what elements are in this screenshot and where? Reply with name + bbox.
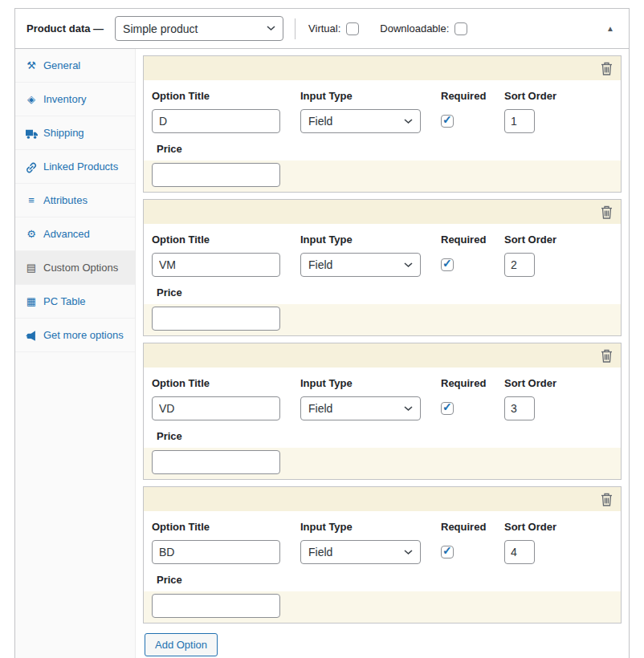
trash-icon[interactable] (601, 205, 613, 219)
option-title-input[interactable] (152, 253, 280, 277)
sidebar-item-pc-table[interactable]: ▦ PC Table (15, 285, 135, 319)
option-fields-row: Option Title Input Type Field Required (144, 80, 621, 133)
virtual-label: Virtual: (308, 22, 340, 35)
required-checkbox[interactable] (441, 402, 454, 415)
chevron-down-icon (404, 406, 413, 412)
required-checkbox[interactable] (441, 546, 454, 558)
chevron-down-icon (404, 262, 413, 268)
input-type-value: Field (308, 402, 332, 415)
required-label: Required (441, 234, 504, 246)
sidebar-item-label: Get more options (43, 328, 124, 342)
price-label: Price (157, 143, 182, 155)
product-type-select[interactable]: Simple product (115, 16, 283, 41)
product-data-page: { "colors": { "accent": "#2271b1", "card… (0, 0, 644, 658)
input-type-label: Input Type (300, 521, 441, 534)
input-type-value: Field (308, 546, 332, 558)
gear-icon: ⚙ (25, 227, 38, 241)
virtual-checkbox[interactable] (346, 22, 359, 35)
sidebar-item-get-more-options[interactable]: Get more options (15, 319, 135, 352)
price-label: Price (157, 574, 182, 586)
price-input[interactable] (152, 594, 280, 618)
sort-order-input[interactable] (504, 253, 535, 277)
option-title-label: Option Title (152, 234, 300, 246)
sidebar-item-label: General (43, 59, 80, 72)
table-icon: ▦ (25, 294, 38, 308)
price-input[interactable] (152, 163, 280, 187)
option-title-input[interactable] (152, 540, 280, 564)
input-type-select[interactable]: Field (300, 109, 421, 133)
input-type-label: Input Type (300, 377, 441, 390)
inventory-icon: ◈ (25, 92, 38, 106)
product-data-tabs: ⚒ General ◈ Inventory Shipping Linked Pr… (15, 49, 136, 658)
sidebar-item-general[interactable]: ⚒ General (15, 49, 135, 83)
add-option-button[interactable]: Add Option (145, 633, 218, 656)
option-fields-row: Option Title Input Type Field Required (144, 511, 621, 564)
price-label-row: Price (144, 133, 621, 160)
sidebar-item-advanced[interactable]: ⚙ Advanced (15, 217, 135, 251)
sort-order-label: Sort Order (504, 521, 556, 534)
product-data-panel: Product data — Simple product Virtual: D… (14, 8, 630, 658)
input-type-select[interactable]: Field (300, 396, 421, 420)
price-row (144, 591, 621, 623)
option-title-label: Option Title (152, 90, 300, 103)
trash-icon[interactable] (601, 62, 613, 75)
option-card: Option Title Input Type Field Required (143, 55, 622, 193)
option-card-header (144, 200, 621, 224)
list-icon: ▤ (25, 261, 38, 274)
input-type-select[interactable]: Field (300, 253, 421, 277)
sidebar-item-label: Attributes (43, 193, 88, 207)
sort-order-input[interactable] (504, 396, 535, 420)
sort-order-input[interactable] (504, 109, 535, 133)
sort-order-label: Sort Order (504, 90, 556, 103)
price-row (144, 160, 621, 192)
sidebar-item-inventory[interactable]: ◈ Inventory (15, 83, 135, 116)
sidebar-item-linked-products[interactable]: Linked Products (15, 150, 135, 184)
price-label: Price (157, 286, 182, 299)
chevron-down-icon (404, 119, 413, 124)
price-row (144, 448, 621, 479)
option-title-label: Option Title (152, 521, 300, 534)
option-card: Option Title Input Type Field Required (143, 486, 622, 623)
sidebar-item-label: Advanced (43, 227, 90, 241)
megaphone-icon (25, 328, 38, 342)
option-card-header (144, 56, 621, 80)
price-input[interactable] (152, 307, 280, 331)
trash-icon[interactable] (601, 493, 613, 506)
required-checkbox[interactable] (441, 115, 454, 128)
price-label-row: Price (144, 277, 621, 304)
collapse-panel-icon[interactable]: ▲ (603, 21, 618, 36)
sort-order-input[interactable] (504, 540, 535, 564)
downloadable-checkbox[interactable] (454, 22, 467, 35)
input-type-value: Field (308, 115, 332, 128)
chevron-down-icon (404, 550, 413, 555)
sidebar-item-label: Shipping (43, 126, 84, 140)
required-label: Required (441, 90, 504, 103)
input-type-select[interactable]: Field (300, 540, 421, 564)
wrench-icon: ⚒ (25, 59, 38, 72)
product-data-body: ⚒ General ◈ Inventory Shipping Linked Pr… (15, 49, 629, 658)
price-row (144, 304, 621, 335)
option-title-input[interactable] (152, 109, 280, 133)
price-label-row: Price (144, 420, 621, 448)
attributes-icon: ≡ (25, 193, 38, 207)
sidebar-item-custom-options[interactable]: ▤ Custom Options (15, 251, 135, 285)
required-checkbox[interactable] (441, 258, 454, 271)
sidebar-item-label: PC Table (43, 294, 86, 308)
sidebar-item-attributes[interactable]: ≡ Attributes (15, 184, 135, 217)
option-fields-row: Option Title Input Type Field Required (144, 368, 621, 420)
sort-order-label: Sort Order (504, 377, 556, 390)
option-title-input[interactable] (152, 396, 280, 420)
price-input[interactable] (152, 450, 280, 474)
truck-icon (25, 126, 38, 140)
option-title-label: Option Title (152, 377, 300, 390)
header-divider (295, 18, 296, 39)
input-type-label: Input Type (300, 234, 441, 246)
sidebar-item-label: Inventory (43, 92, 86, 106)
sidebar-item-shipping[interactable]: Shipping (15, 116, 135, 150)
trash-icon[interactable] (601, 349, 613, 363)
price-label-row: Price (144, 564, 621, 591)
option-card-header (144, 487, 621, 511)
input-type-value: Field (308, 258, 332, 271)
link-icon (25, 160, 38, 173)
option-card: Option Title Input Type Field Required (143, 343, 622, 480)
